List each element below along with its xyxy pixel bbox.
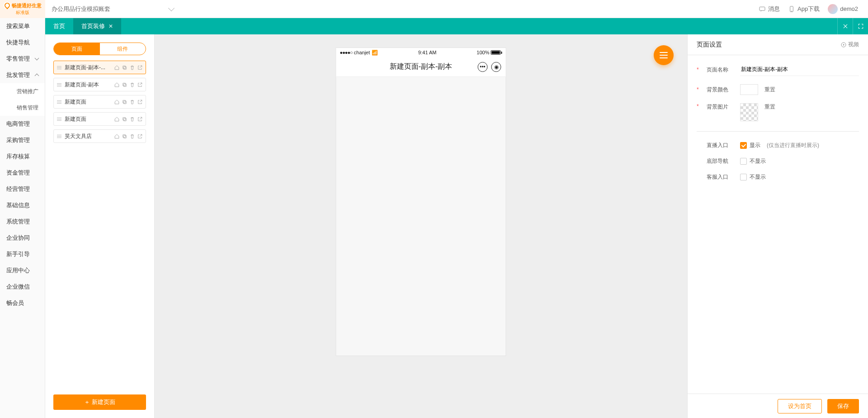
tab-design[interactable]: 首页装修✕ [73, 18, 121, 34]
brand-edition: 标准版 [16, 10, 29, 16]
bg-image-reset[interactable]: 重置 [764, 103, 775, 111]
brand-logo: 畅捷通好生意 标准版 [0, 0, 45, 18]
tab-close-all[interactable] [837, 18, 853, 34]
svg-rect-8 [123, 83, 126, 86]
copy-icon[interactable] [122, 65, 127, 71]
svg-rect-0 [760, 7, 765, 10]
page-list: 新建页面-副本-... 新建页面-副本 [53, 61, 146, 389]
nav-ecom[interactable]: 电商管理 [0, 116, 45, 132]
chevron-down-icon [35, 56, 39, 61]
side-nav: 搜索菜单 快捷导航 零售管理 批发管理 营销推广 销售管理 电商管理 采购管理 … [0, 18, 45, 418]
nav-basic[interactable]: 基础信息 [0, 197, 45, 214]
design-canvas: ●●●●○ chanjet 📶 9:41 AM 100% 新建页面-副本-副本 … [155, 34, 687, 418]
tab-home[interactable]: 首页 [45, 18, 73, 34]
bg-color-reset[interactable]: 重置 [764, 86, 775, 94]
home-icon[interactable] [114, 116, 120, 122]
service-entry-checkbox[interactable]: 不显示 [740, 173, 766, 181]
nav-member[interactable]: 畅会员 [0, 295, 45, 311]
tab-fullscreen[interactable] [853, 18, 868, 34]
delete-icon[interactable] [129, 133, 135, 139]
nav-system[interactable]: 系统管理 [0, 214, 45, 230]
drag-icon[interactable] [57, 135, 62, 138]
nav-coop[interactable]: 企业协同 [0, 230, 45, 246]
page-row[interactable]: 新建页面 [53, 112, 146, 126]
drag-icon[interactable] [57, 100, 62, 104]
share-icon[interactable] [137, 82, 143, 88]
nav-wholesale-sub: 营销推广 销售管理 [0, 83, 45, 116]
svg-rect-13 [123, 135, 126, 138]
drag-icon[interactable] [57, 118, 62, 121]
new-page-button[interactable]: ＋新建页面 [53, 394, 146, 410]
svg-rect-12 [123, 117, 126, 120]
canvas-menu-fab[interactable] [654, 45, 674, 65]
nav-marketing[interactable]: 营销推广 [0, 83, 45, 100]
user-menu[interactable]: demo2 [828, 4, 858, 14]
segment-control: 页面 组件 [53, 43, 146, 55]
svg-rect-14 [123, 134, 126, 137]
home-icon[interactable] [114, 99, 120, 105]
video-help-button[interactable]: 视频 [841, 41, 859, 48]
home-icon[interactable] [114, 65, 120, 71]
save-button[interactable]: 保存 [827, 399, 859, 413]
nav-wholesale[interactable]: 批发管理 [0, 67, 45, 83]
chevron-up-icon [35, 74, 39, 78]
delete-icon[interactable] [129, 99, 135, 105]
bg-color-swatch[interactable] [740, 84, 758, 95]
delete-icon[interactable] [129, 82, 135, 88]
logo-icon [4, 2, 11, 9]
nav-sales[interactable]: 销售管理 [0, 100, 45, 116]
bg-image-picker[interactable] [740, 103, 758, 121]
segment-component[interactable]: 组件 [100, 43, 146, 55]
copy-icon[interactable] [122, 116, 127, 122]
svg-rect-10 [123, 100, 126, 103]
account-selector-label: 办公用品行业模拟账套 [52, 5, 110, 13]
app-download-button[interactable]: App下载 [788, 5, 820, 13]
page-row[interactable]: 新建页面-副本 [53, 78, 146, 91]
phone-more-icon[interactable]: ••• [478, 62, 488, 72]
share-icon[interactable] [137, 65, 143, 71]
svg-marker-16 [843, 44, 844, 46]
nav-inventory[interactable]: 库存核算 [0, 148, 45, 165]
nav-funds[interactable]: 资金管理 [0, 165, 45, 181]
account-selector[interactable]: 办公用品行业模拟账套 [52, 5, 174, 13]
set-home-button[interactable]: 设为首页 [778, 399, 822, 413]
avatar-icon [828, 4, 838, 14]
nav-purchase[interactable]: 采购管理 [0, 132, 45, 148]
nav-wechat[interactable]: 企业微信 [0, 279, 45, 295]
messages-button[interactable]: 消息 [759, 5, 780, 13]
nav-operate[interactable]: 经营管理 [0, 181, 45, 197]
delete-icon[interactable] [129, 65, 135, 71]
nav-search[interactable]: 搜索菜单 [0, 18, 45, 34]
phone-preview: ●●●●○ chanjet 📶 9:41 AM 100% 新建页面-副本-副本 … [336, 48, 506, 356]
drag-icon[interactable] [57, 66, 62, 69]
copy-icon[interactable] [122, 82, 127, 88]
home-icon[interactable] [114, 133, 120, 139]
delete-icon[interactable] [129, 116, 135, 122]
nav-guide[interactable]: 新手引导 [0, 246, 45, 262]
nav-retail[interactable]: 零售管理 [0, 51, 45, 67]
tab-bar: 首页 首页装修✕ [45, 18, 868, 34]
copy-icon[interactable] [122, 99, 127, 105]
copy-icon[interactable] [122, 133, 127, 139]
close-icon[interactable]: ✕ [108, 23, 113, 29]
share-icon[interactable] [137, 99, 143, 105]
settings-panel: 页面设置 视频 *页面名称 *背景颜色 重置 [687, 34, 868, 418]
share-icon[interactable] [137, 116, 143, 122]
live-entry-checkbox[interactable]: 显示 [740, 142, 760, 149]
page-row[interactable]: 新建页面 [53, 95, 146, 109]
segment-page[interactable]: 页面 [54, 43, 100, 55]
home-icon[interactable] [114, 82, 120, 88]
phone-title: 新建页面-副本-副本 [390, 62, 453, 71]
share-icon[interactable] [137, 133, 143, 139]
page-row[interactable]: 昊天文具店 [53, 129, 146, 143]
drag-icon[interactable] [57, 83, 62, 86]
phone-header: 新建页面-副本-副本 ••• ◉ [336, 57, 506, 77]
nav-quick[interactable]: 快捷导航 [0, 34, 45, 51]
nav-appcenter[interactable]: 应用中心 [0, 262, 45, 279]
page-name-input[interactable] [740, 63, 859, 76]
phone-target-icon[interactable]: ◉ [491, 62, 501, 72]
svg-rect-5 [123, 66, 126, 69]
svg-rect-6 [123, 66, 126, 68]
bottom-nav-checkbox[interactable]: 不显示 [740, 157, 766, 165]
page-row[interactable]: 新建页面-副本-... [53, 61, 146, 74]
